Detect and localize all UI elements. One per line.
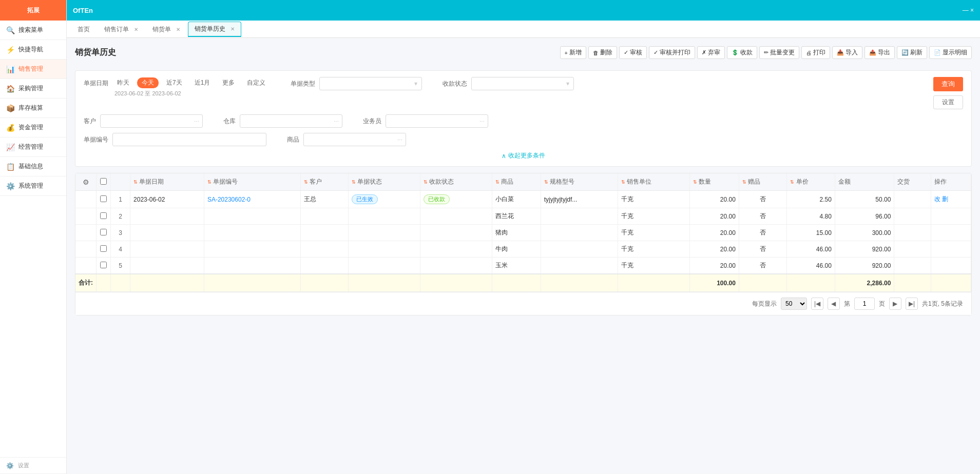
customer-input[interactable]: ··· [100,114,203,128]
refresh-button[interactable]: 🔄刷新 [897,46,927,59]
col-label-sales_unit[interactable]: 销售单位 [627,178,651,185]
goods-dots-icon[interactable]: ··· [394,136,406,143]
tab-close-sales-history[interactable]: ✕ [230,26,235,32]
goods-input[interactable]: ··· [303,133,406,146]
sidebar-item-purchase-mgmt[interactable]: 🏠 采购管理 [0,79,66,98]
print-button[interactable]: 🖨打印 [801,46,830,59]
date-btn-today[interactable]: 今天 [137,77,159,88]
tab-close-sales-order[interactable]: ✕ [134,27,138,32]
review-print-button[interactable]: ✓审核并打印 [649,46,695,59]
sidebar-item-base-info[interactable]: 📋 基础信息 [0,157,66,176]
col-header-collect_status[interactable]: ⇅ 收款状态 [420,173,492,191]
col-label-goods[interactable]: 商品 [501,178,513,185]
show-detail-button[interactable]: 📄显示明细 [929,46,972,59]
sidebar-item-search-menu[interactable]: 🔍 搜索菜单 [0,21,66,40]
tab-sales-history[interactable]: 销货单历史✕ [188,22,241,37]
delete-button[interactable]: 🗑删除 [588,46,617,59]
sidebar-item-inventory[interactable]: 📦 库存核算 [0,98,66,118]
date-btn-7days[interactable]: 近7天 [162,77,187,89]
doc-no-input[interactable] [112,133,266,146]
row-checkbox-0[interactable] [97,191,111,208]
doc-type-select[interactable]: ▾ [319,77,422,90]
sidebar-item-bottom-settings[interactable]: ⚙️ 设置 [0,457,66,474]
col-header-unit_price[interactable]: ⇅ 单价 [787,173,835,191]
collect-button[interactable]: 💲收款 [727,46,757,59]
col-label-unit_price[interactable]: 单价 [796,178,809,185]
col-header-sales_unit[interactable]: ⇅ 销售单位 [618,173,689,191]
warehouse-input-field[interactable] [240,116,331,126]
row-docno-1[interactable] [204,208,300,225]
page-next-button[interactable]: ▶ [889,298,901,310]
warehouse-input[interactable]: ··· [240,114,342,128]
col-header-goods[interactable]: ⇅ 商品 [492,173,541,191]
tab-sales-goods[interactable]: 销货单✕ [146,22,187,37]
export-button[interactable]: 📤导出 [864,46,895,59]
col-label-doc_status[interactable]: 单据状态 [357,178,382,185]
page-first-button[interactable]: |◀ [811,298,823,310]
page-prev-button[interactable]: ◀ [828,298,840,310]
col-header-customer[interactable]: ⇅ 客户 [300,173,348,191]
import-button[interactable]: 📥导入 [832,46,862,59]
col-header-quantity[interactable]: ⇅ 数量 [689,173,739,191]
collapse-button[interactable]: ∧ 收起更多条件 [502,151,545,160]
col-header-doc_no[interactable]: ⇅ 单据编号 [204,173,300,191]
row-checkbox-2[interactable] [97,225,111,241]
date-btn-yesterday[interactable]: 昨天 [112,77,134,89]
row-check-3[interactable] [100,245,107,252]
row-del-btn-0[interactable]: 删 [942,195,948,203]
doc-no-link-0[interactable]: SA-20230602-0 [207,196,251,203]
col-header-spec_type[interactable]: ⇅ 规格型号 [541,173,618,191]
review-button[interactable]: ✓审核 [619,46,647,59]
goods-input-field[interactable] [304,134,394,145]
col-label-gift[interactable]: 赠品 [748,178,760,185]
row-checkbox-4[interactable] [97,258,111,274]
col-label-customer[interactable]: 客户 [310,178,322,185]
table-settings-icon[interactable]: ⚙ [83,178,89,186]
batch-change-button[interactable]: ✏批量变更 [759,46,799,59]
col-label-doc_date[interactable]: 单据日期 [139,178,164,185]
row-checkbox-1[interactable] [97,208,111,225]
col-label-spec_type[interactable]: 规格型号 [550,178,574,185]
col-label-collect_status[interactable]: 收款状态 [429,178,454,185]
row-docno-4[interactable] [204,258,300,274]
row-edit-btn-0[interactable]: 改 [934,195,940,203]
row-check-0[interactable] [100,195,107,202]
sidebar-item-sales-mgmt[interactable]: 📊 销售管理 [0,60,66,79]
row-docno-0[interactable]: SA-20230602-0 [204,191,300,208]
row-docno-3[interactable] [204,241,300,258]
col-header-doc_date[interactable]: ⇅ 单据日期 [130,173,204,191]
row-check-4[interactable] [100,262,107,268]
abandon-button[interactable]: ✗弃审 [697,46,725,59]
sidebar-item-finance[interactable]: 💰 资金管理 [0,118,66,137]
filter-settings-button[interactable]: 设置 [933,95,963,109]
row-check-2[interactable] [100,229,107,235]
customer-dots-icon[interactable]: ··· [191,117,202,125]
sidebar-item-quick-nav[interactable]: ⚡ 快捷导航 [0,40,66,60]
page-last-button[interactable]: ▶| [906,298,918,310]
col-label-doc_no[interactable]: 单据编号 [213,178,238,185]
warehouse-dots-icon[interactable]: ··· [331,117,342,125]
new-button[interactable]: +新增 [560,46,586,59]
per-page-select[interactable]: 50 100 200 [781,298,807,310]
tab-home[interactable]: 首页 [71,22,97,37]
row-check-1[interactable] [100,212,107,219]
staff-dots-icon[interactable]: ··· [476,117,488,125]
sidebar-item-sys-mgmt[interactable]: ⚙️ 系统管理 [0,176,66,196]
row-docno-2[interactable] [204,225,300,241]
staff-input-field[interactable] [386,116,476,126]
select-all-checkbox[interactable] [100,178,107,185]
tab-sales-order[interactable]: 销售订单✕ [98,22,145,37]
col-label-quantity[interactable]: 数量 [699,178,711,185]
collect-status-select[interactable]: ▾ [471,77,574,90]
page-number-input[interactable] [854,298,875,310]
col-header-gift[interactable]: ⇅ 赠品 [739,173,786,191]
staff-input[interactable]: ··· [386,114,488,128]
col-header-doc_status[interactable]: ⇅ 单据状态 [349,173,420,191]
query-button[interactable]: 查询 [933,77,963,91]
date-btn-1month[interactable]: 近1月 [190,77,215,89]
row-checkbox-3[interactable] [97,241,111,258]
date-btn-custom[interactable]: 自定义 [242,77,270,89]
customer-input-field[interactable] [101,116,191,126]
date-btn-more[interactable]: 更多 [218,77,239,89]
sidebar-item-operations[interactable]: 📈 经营管理 [0,137,66,157]
